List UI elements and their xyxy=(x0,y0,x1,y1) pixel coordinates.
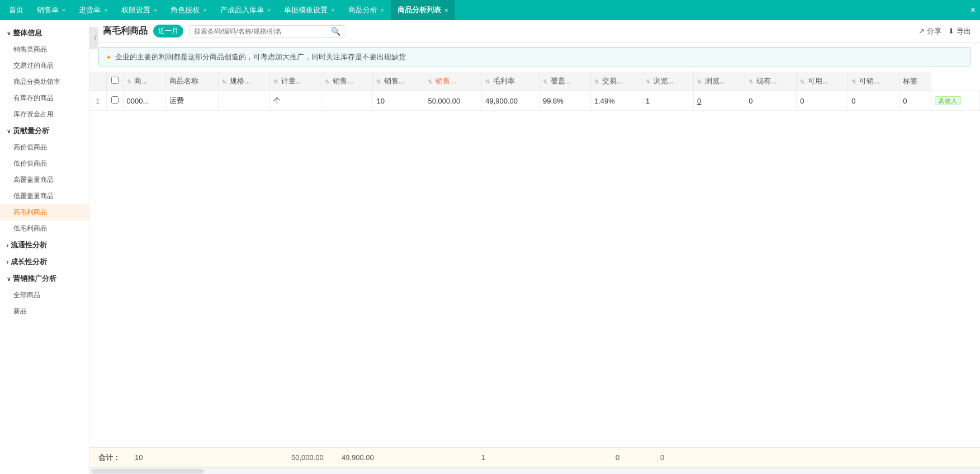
arrow-marketing: ∨ xyxy=(7,276,11,282)
page-title: 高毛利商品 xyxy=(103,25,148,37)
search-icon[interactable]: 🔍 xyxy=(331,27,340,36)
col-gross-rate[interactable]: ⇅ 毛利率 xyxy=(482,72,539,91)
nav-home[interactable]: 首页 xyxy=(2,0,30,20)
sort-icon-available-stock: ⇅ xyxy=(800,78,804,85)
sidebar-group-marketing[interactable]: ∨ 营销推广分析 xyxy=(0,270,89,287)
col-current-stock[interactable]: ⇅ 现有... xyxy=(745,72,797,91)
col-sales-qty[interactable]: ⇅ 销售... xyxy=(321,72,373,91)
sort-icon-coverage: ⇅ xyxy=(543,78,547,85)
sidebar-group-overall[interactable]: ∨ 整体信息 xyxy=(0,25,89,41)
col-name[interactable]: 商品名称 xyxy=(166,72,219,91)
col-browse-rate[interactable]: ⇅ 浏览... xyxy=(694,72,745,91)
share-icon: ↗ xyxy=(919,27,925,35)
nav-sales[interactable]: 销售单 × xyxy=(30,0,72,20)
sort-icon-transactions: ⇅ xyxy=(594,78,599,85)
time-filter-recent-month[interactable]: 近一月 xyxy=(153,25,183,37)
sidebar-item-high-margin[interactable]: 高毛利商品 xyxy=(0,204,89,220)
sidebar-group-growth[interactable]: › 成长性分析 xyxy=(0,254,89,270)
nav-goods-analysis-close[interactable]: × xyxy=(381,7,384,13)
col-tag[interactable]: 标签 xyxy=(899,72,931,91)
sort-icon-code: ⇅ xyxy=(127,78,131,85)
sidebar-item-in-stock[interactable]: 有库存的商品 xyxy=(0,90,89,106)
cell-current-stock: 0 xyxy=(797,91,848,111)
sort-icon-spec: ⇅ xyxy=(222,78,226,85)
search-box[interactable]: 🔍 xyxy=(189,25,345,37)
sidebar-item-all-goods[interactable]: 全部商品 xyxy=(0,287,89,303)
cell-index: 1 xyxy=(89,91,106,111)
row-checkbox[interactable] xyxy=(111,96,119,104)
nav-role-close[interactable]: × xyxy=(203,7,206,13)
sidebar-item-low-margin[interactable]: 低毛利商品 xyxy=(0,220,89,237)
nav-close-all[interactable]: × xyxy=(970,5,976,15)
scroll-inner[interactable] xyxy=(92,469,203,473)
col-transactions[interactable]: ⇅ 交易... xyxy=(591,72,642,91)
export-icon: ⬇ xyxy=(948,27,954,35)
nav-product-in[interactable]: 产成品入库单 × xyxy=(214,0,277,20)
sidebar-collapse-btn[interactable]: 《 xyxy=(89,27,98,49)
cell-sales-qty: 10 xyxy=(373,91,424,111)
nav-goods-analysis-list[interactable]: 商品分析列表 × xyxy=(391,0,455,20)
sidebar-group-liquidity[interactable]: › 流通性分析 xyxy=(0,237,89,254)
header-actions: ↗ 分享 ⬇ 导出 xyxy=(919,26,971,36)
nav-goods-analysis-list-close[interactable]: × xyxy=(444,7,448,13)
sidebar: ∨ 整体信息 销售类商品 交易过的商品 商品分类助销率 有库存的商品 库存资金占… xyxy=(0,20,89,474)
cell-checkbox[interactable] xyxy=(106,91,123,111)
col-coverage[interactable]: ⇅ 覆盖... xyxy=(539,72,590,91)
nav-template-close[interactable]: × xyxy=(331,7,334,13)
col-checkbox xyxy=(106,72,123,91)
nav-goods-analysis[interactable]: 商品分析 × xyxy=(342,0,391,20)
sidebar-item-category-rate[interactable]: 商品分类助销率 xyxy=(0,74,89,90)
cell-code: 0000... xyxy=(123,91,166,111)
footer-current-stock: 0 xyxy=(612,453,657,462)
sidebar-item-low-value[interactable]: 低价值商品 xyxy=(0,156,89,172)
search-input[interactable] xyxy=(194,27,331,35)
sort-icon-browse-rate: ⇅ xyxy=(697,78,702,85)
scroll-bar-area[interactable] xyxy=(89,467,980,474)
sidebar-item-high-coverage[interactable]: 高覆盖量商品 xyxy=(0,172,89,188)
sidebar-item-traded-goods[interactable]: 交易过的商品 xyxy=(0,58,89,74)
footer-empty1 xyxy=(389,453,433,462)
goods-table: ⇅ 商... 商品名称 ⇅ 规格... ⇅ 计量... xyxy=(89,72,980,111)
nav-purchase[interactable]: 进货单 × xyxy=(72,0,114,20)
col-sales-cost[interactable]: ⇅ 销售... xyxy=(424,72,482,91)
sidebar-item-sales-goods[interactable]: 销售类商品 xyxy=(0,41,89,58)
footer-empty2 xyxy=(433,453,478,462)
share-button[interactable]: ↗ 分享 xyxy=(919,26,941,36)
nav-sales-close[interactable]: × xyxy=(62,7,65,13)
info-bar: ✦ 企业的主要的利润都是这部分商品创造的，可考虑加大推广，同时关注库存是不要出现… xyxy=(98,47,971,67)
nav-role[interactable]: 角色授权 × xyxy=(164,0,213,20)
content-area: 《 高毛利商品 近一月 🔍 ↗ 分享 ⬇ 导出 ✦ 企 xyxy=(89,20,980,474)
sidebar-item-stock-capital[interactable]: 库存资金占用 xyxy=(0,106,89,123)
export-button[interactable]: ⬇ 导出 xyxy=(948,26,971,36)
col-browse-num[interactable]: ⇅ 浏览... xyxy=(642,72,694,91)
nav-template[interactable]: 单据模板设置 × xyxy=(277,0,341,20)
sidebar-group-contribution[interactable]: ∨ 贡献量分析 xyxy=(0,123,89,139)
sidebar-item-high-value[interactable]: 高价值商品 xyxy=(0,139,89,156)
select-all-checkbox[interactable] xyxy=(111,77,119,84)
sort-icon-unit: ⇅ xyxy=(273,78,278,85)
sort-icon-sales-cost: ⇅ xyxy=(428,78,432,85)
col-available-stock[interactable]: ⇅ 可用... xyxy=(797,72,848,91)
nav-permission-close[interactable]: × xyxy=(154,7,157,13)
nav-product-in-close[interactable]: × xyxy=(267,7,271,13)
sort-icon-browse-num: ⇅ xyxy=(646,78,650,85)
cell-unit: 个 xyxy=(270,91,321,111)
footer-total-label: 合计： xyxy=(98,453,120,463)
col-sales-amt[interactable]: ⇅ 销售... xyxy=(373,72,424,91)
sort-icon-salable-stock: ⇅ xyxy=(851,78,856,85)
nav-purchase-close[interactable]: × xyxy=(104,7,107,13)
cell-browse-rate: 0 xyxy=(745,91,797,111)
col-unit[interactable]: ⇅ 计量... xyxy=(270,72,321,91)
top-nav: 首页 销售单 × 进货单 × 权限设置 × 角色授权 × 产成品入库单 × 单据… xyxy=(0,0,980,20)
col-spec[interactable]: ⇅ 规格... xyxy=(219,72,270,91)
sidebar-item-low-coverage[interactable]: 低覆盖量商品 xyxy=(0,188,89,204)
col-index xyxy=(89,72,106,91)
sidebar-item-new-goods[interactable]: 新品 xyxy=(0,303,89,320)
cell-browse-num[interactable]: 0 xyxy=(694,91,745,111)
footer-bar: 合计： 10 50,000.00 49,900.00 1 0 0 xyxy=(89,447,980,467)
cell-sales-qty2 xyxy=(321,91,373,111)
col-salable-stock[interactable]: ⇅ 可销... xyxy=(848,72,899,91)
content-header: 高毛利商品 近一月 🔍 ↗ 分享 ⬇ 导出 xyxy=(89,20,980,43)
col-code[interactable]: ⇅ 商... xyxy=(123,72,166,91)
nav-permission[interactable]: 权限设置 × xyxy=(115,0,164,20)
